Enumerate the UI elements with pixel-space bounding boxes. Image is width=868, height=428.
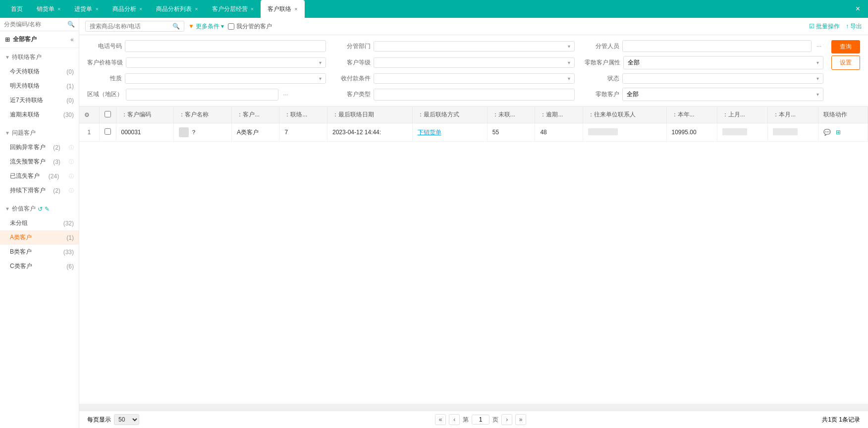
more-filter-btn[interactable]: ▼ 更多条件 ▾ bbox=[188, 22, 224, 31]
table-wrapper: ⚙ ：客户编码 ：客户名称 ：客户... bbox=[79, 107, 868, 404]
query-btn[interactable]: 查询 bbox=[831, 40, 860, 54]
arrow-pending-icon: ▼ bbox=[5, 54, 10, 60]
page-label: 第 bbox=[463, 416, 469, 424]
close-all-tabs[interactable]: × bbox=[852, 4, 864, 13]
sidebar-item-churn-warning[interactable]: 流失预警客户 (3) ⓘ bbox=[0, 155, 79, 169]
sidebar-group-problem-title[interactable]: ▼ 问题客户 bbox=[0, 126, 79, 140]
filter-manager: 分管人员 ··· bbox=[585, 40, 823, 52]
sidebar-item-tomorrow[interactable]: 明天待联络 (1) bbox=[0, 79, 79, 93]
info-repurchase-icon: ⓘ bbox=[69, 144, 74, 151]
my-customer-checkbox[interactable] bbox=[228, 23, 234, 30]
sidebar-item-today[interactable]: 今天待联络 (0) bbox=[0, 64, 79, 79]
row-this-year: 10995.00 bbox=[666, 123, 717, 142]
main-search-icon[interactable]: 🔍 bbox=[172, 23, 180, 30]
sidebar-item-7days[interactable]: 近7天待联络 (0) bbox=[0, 93, 79, 107]
top-nav: 首页 销货单 × 进货单 × 商品分析 × 商品分析列表 × 客户分层经营 × … bbox=[0, 0, 868, 18]
close-purchase-icon[interactable]: × bbox=[95, 6, 98, 12]
region-input[interactable] bbox=[126, 89, 278, 101]
nav-customer-layer[interactable]: 客户分层经营 × bbox=[205, 0, 261, 18]
filter-row-3: 性质 ▾ 收付款条件 ▾ bbox=[87, 73, 823, 84]
close-goods-list-icon[interactable]: × bbox=[195, 6, 198, 12]
customer-type-input[interactable] bbox=[374, 89, 575, 101]
close-sales-icon[interactable]: × bbox=[57, 6, 60, 12]
nav-purchase[interactable]: 进货单 × bbox=[67, 0, 105, 18]
status-label: 状态 bbox=[585, 74, 619, 83]
sidebar-group-value-title[interactable]: ▼ 价值客户 ↺ ✎ bbox=[0, 202, 79, 216]
sidebar-item-a-class[interactable]: A类客户 (1) bbox=[0, 230, 79, 245]
retail-customer-select[interactable]: 全部 ▾ bbox=[622, 88, 823, 101]
customer-avatar bbox=[179, 127, 189, 137]
price-level-select[interactable]: ▾ bbox=[126, 57, 326, 68]
arrow-value-icon: ▼ bbox=[5, 206, 10, 212]
retail-attr-label: 零散客户属性 bbox=[585, 58, 620, 67]
sidebar-item-declining[interactable]: 持续下滑客户 (2) ⓘ bbox=[0, 183, 79, 198]
query-buttons: 查询 设置 bbox=[831, 40, 860, 70]
status-select[interactable]: ▾ bbox=[622, 73, 823, 84]
sidebar-item-b-class[interactable]: B类客户 (33) bbox=[0, 245, 79, 259]
sidebar-search-icon[interactable]: 🔍 bbox=[67, 21, 75, 28]
batch-ops-btn[interactable]: ☑ 批量操作 bbox=[809, 22, 840, 31]
sidebar-group-pending: ▼ 待联络客户 今天待联络 (0) 明天待联络 (1) 近7天待联络 (0) 逾… bbox=[0, 48, 79, 124]
settings-btn[interactable]: 设置 bbox=[831, 55, 860, 70]
manager-dots-icon[interactable]: ··· bbox=[814, 43, 823, 50]
filter-price-level: 客户价格等级 ▾ bbox=[87, 57, 326, 68]
close-goods-analysis-icon[interactable]: × bbox=[139, 6, 142, 12]
sidebar-collapse-icon[interactable]: « bbox=[70, 36, 74, 43]
row-select-checkbox[interactable] bbox=[105, 128, 111, 135]
filter-retail-customer: 零散客户 全部 ▾ bbox=[585, 88, 823, 101]
nature-select[interactable]: ▾ bbox=[125, 73, 326, 84]
next-page-btn[interactable]: › bbox=[501, 414, 512, 425]
payment-select[interactable]: ▾ bbox=[374, 73, 575, 84]
col-last-method: ：最后联络方式 bbox=[412, 107, 487, 123]
sidebar-item-churned[interactable]: 已流失客户 (24) ⓘ bbox=[0, 169, 79, 183]
retail-customer-label: 零散客户 bbox=[585, 90, 619, 99]
toolbar-right: ☑ 批量操作 ↑ 导出 bbox=[809, 22, 862, 31]
first-page-btn[interactable]: « bbox=[435, 414, 446, 425]
row-no-contact: 55 bbox=[487, 123, 535, 142]
table-row: 1 000031 ？ A类客户 7 2023 bbox=[79, 123, 868, 142]
select-all-checkbox[interactable] bbox=[105, 111, 111, 117]
last-method-link[interactable]: 下销货单 bbox=[418, 129, 441, 136]
retail-attr-select[interactable]: 全部 ▾ bbox=[623, 56, 823, 69]
customer-table: ⚙ ：客户编码 ：客户名称 ：客户... bbox=[79, 107, 868, 142]
phone-input[interactable] bbox=[125, 40, 326, 52]
nav-goods-list[interactable]: 商品分析列表 × bbox=[149, 0, 205, 18]
nav-goods-analysis[interactable]: 商品分析 × bbox=[106, 0, 149, 18]
sidebar-search-input[interactable] bbox=[4, 21, 67, 28]
sidebar-item-repurchase[interactable]: 回购异常客户 (2) ⓘ bbox=[0, 140, 79, 155]
export-btn[interactable]: ↑ 导出 bbox=[846, 22, 862, 31]
sidebar-group-pending-title[interactable]: ▼ 待联络客户 bbox=[0, 50, 79, 64]
nav-customer-contact[interactable]: 客户联络 × bbox=[261, 0, 304, 18]
close-customer-contact-icon[interactable]: × bbox=[294, 6, 297, 12]
page-number-input[interactable] bbox=[472, 415, 489, 425]
sidebar-item-ungrouped[interactable]: 未分组 (32) bbox=[0, 216, 79, 230]
per-page-select[interactable]: 50 100 200 bbox=[114, 414, 139, 425]
main-search-input[interactable] bbox=[90, 23, 172, 30]
action-icon-1[interactable]: 💬 bbox=[823, 129, 831, 136]
filter-retail-attr: 零散客户属性 全部 ▾ bbox=[585, 56, 823, 69]
sidebar-item-c-class[interactable]: C类客户 (6) bbox=[0, 259, 79, 273]
edit-value-icon[interactable]: ✎ bbox=[45, 206, 50, 213]
nav-home[interactable]: 首页 bbox=[4, 0, 30, 18]
nav-sales[interactable]: 销货单 × bbox=[30, 0, 67, 18]
prev-page-btn[interactable]: ‹ bbox=[449, 414, 460, 425]
refresh-value-icon[interactable]: ↺ bbox=[38, 206, 43, 213]
dept-label: 分管部门 bbox=[336, 42, 371, 51]
my-customer-checkbox-label[interactable]: 我分管的客户 bbox=[228, 22, 272, 31]
col-contact-count: ：联络... bbox=[279, 107, 327, 123]
row-checkbox bbox=[99, 123, 116, 142]
dept-chevron-icon: ▾ bbox=[568, 44, 570, 49]
region-dots-icon[interactable]: ··· bbox=[281, 91, 290, 98]
region-label: 区域（地区） bbox=[87, 90, 123, 99]
close-customer-layer-icon[interactable]: × bbox=[251, 6, 254, 12]
manager-input[interactable] bbox=[622, 40, 812, 52]
dept-select[interactable]: ▾ bbox=[374, 41, 575, 52]
action-icon-2[interactable]: ⊞ bbox=[836, 129, 841, 136]
settings-col-icon[interactable]: ⚙ bbox=[84, 111, 90, 118]
retail-customer-chevron-icon: ▾ bbox=[816, 92, 819, 97]
customer-level-select[interactable]: ▾ bbox=[374, 57, 575, 68]
sidebar-item-overdue[interactable]: 逾期未联络 (30) bbox=[0, 107, 79, 122]
nature-chevron-icon: ▾ bbox=[319, 76, 322, 81]
last-page-btn[interactable]: » bbox=[515, 414, 526, 425]
horizontal-scrollbar[interactable] bbox=[79, 404, 868, 411]
